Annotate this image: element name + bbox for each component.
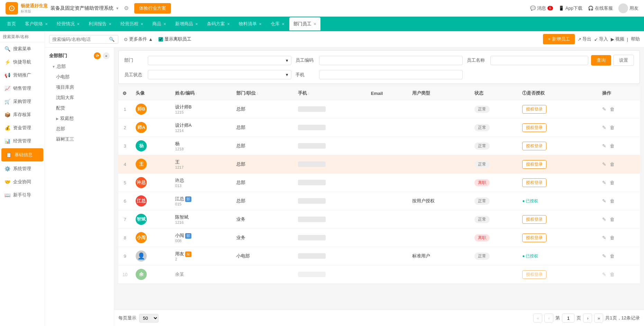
tab-goods[interactable]: 商品 ✕: [148, 17, 170, 30]
sidebar-item-basic[interactable]: 📋 基础信息: [1, 148, 43, 161]
sidebar-search-bar[interactable]: 🔍: [0, 31, 45, 42]
user-area[interactable]: 用友: [618, 3, 638, 13]
dept-select[interactable]: ▾: [148, 56, 291, 65]
dept-item-plum[interactable]: 槑树王三: [45, 134, 114, 144]
dept-item-xiaoelectronics[interactable]: 小电部: [45, 72, 114, 82]
close-icon[interactable]: ✕: [314, 22, 316, 26]
import-btn[interactable]: ↙ 导入: [594, 36, 608, 42]
delete-icon[interactable]: 🗑: [610, 198, 615, 204]
tab-barcode[interactable]: 条码方案 ✕: [203, 17, 234, 30]
tab-materials[interactable]: 物料清单 ✕: [235, 17, 266, 30]
sidebar-item-business[interactable]: 📊 经营管理: [0, 134, 45, 148]
sidebar-item-purchase[interactable]: 🛒 采购管理: [0, 95, 45, 108]
export-btn[interactable]: ↗ 导出: [578, 36, 591, 42]
app-download-btn[interactable]: 📱 App下载: [559, 5, 582, 11]
last-page-btn[interactable]: »: [594, 314, 603, 323]
dept-collapse-icon[interactable]: «: [103, 52, 110, 59]
dept-item-distribution[interactable]: 配货: [45, 103, 114, 113]
dept-item-headquarters[interactable]: 总部: [45, 124, 114, 134]
edit-icon[interactable]: ✎: [602, 106, 606, 112]
auth-login-btn[interactable]: 授权登录: [522, 105, 546, 114]
col-name[interactable]: 姓名/编码: [171, 87, 232, 100]
sidebar-item-guide[interactable]: 📖 新手引导: [0, 188, 45, 202]
search-bar[interactable]: 🔍: [49, 35, 118, 44]
dept-item-head[interactable]: ▼总部: [45, 61, 114, 72]
message-btn[interactable]: 💬 消息 6: [530, 5, 553, 11]
auth-login-btn[interactable]: 授权登录: [522, 234, 546, 242]
close-icon[interactable]: ✕: [195, 22, 198, 26]
help-btn[interactable]: 帮助: [631, 36, 640, 42]
close-icon[interactable]: ✕: [282, 22, 284, 26]
more-btn[interactable]: |: [627, 37, 628, 42]
sidebar-item-finance[interactable]: 💰 资金管理: [0, 121, 45, 134]
auth-login-btn[interactable]: 授权登录: [522, 142, 546, 150]
status-select[interactable]: ▾: [148, 70, 291, 79]
edit-icon[interactable]: ✎: [602, 125, 606, 130]
dept-item-shuangting[interactable]: ▶双庭想: [45, 113, 114, 124]
close-icon[interactable]: ✕: [77, 22, 80, 26]
sidebar-item-inventory[interactable]: 📦 库存核算: [0, 108, 45, 121]
sidebar-item-quicknav[interactable]: ⚡ 快捷导航: [0, 55, 45, 69]
edit-icon[interactable]: ✎: [602, 161, 606, 167]
phone-input[interactable]: [319, 70, 463, 79]
delete-icon[interactable]: 🗑: [610, 106, 615, 112]
video-btn[interactable]: ▶ 视频: [611, 36, 624, 42]
sidebar-item-sales[interactable]: 📈 销售管理: [0, 82, 45, 95]
delete-icon[interactable]: 🗑: [610, 272, 615, 277]
delete-icon[interactable]: 🗑: [610, 217, 615, 222]
sidebar-search-input[interactable]: [3, 34, 45, 39]
col-settings[interactable]: ⚙: [118, 87, 131, 100]
close-icon[interactable]: ✕: [163, 22, 166, 26]
tab-warehouse[interactable]: 仓库 ✕: [266, 17, 289, 30]
edit-icon[interactable]: ✎: [602, 272, 606, 277]
sidebar-item-system[interactable]: ⚙️ 系统管理: [0, 162, 45, 175]
close-icon[interactable]: ✕: [140, 22, 143, 26]
tab-operations[interactable]: 经营情况 ✕: [53, 17, 84, 30]
edit-icon[interactable]: ✎: [602, 180, 606, 185]
row-auth[interactable]: 授权登录: [518, 210, 584, 229]
prev-page-btn[interactable]: ‹: [544, 314, 553, 323]
show-resigned-check[interactable]: [158, 37, 163, 42]
close-icon[interactable]: ✕: [259, 22, 262, 26]
code-input[interactable]: [319, 56, 463, 65]
close-icon[interactable]: ✕: [45, 22, 48, 26]
sidebar-item-marketing[interactable]: 📢 营销推广: [0, 69, 45, 82]
reset-button[interactable]: 设置: [613, 55, 634, 66]
delete-icon[interactable]: 🗑: [610, 180, 615, 185]
row-auth[interactable]: 授权登录: [518, 174, 584, 192]
sidebar-item-search[interactable]: 🔍 搜索菜单: [0, 42, 45, 55]
row-auth[interactable]: 授权登录: [518, 118, 584, 137]
col-phone[interactable]: 手机: [294, 87, 367, 100]
tab-home[interactable]: 首页: [3, 17, 20, 30]
page-number-input[interactable]: [562, 314, 574, 323]
close-icon[interactable]: ✕: [227, 22, 230, 26]
row-auth[interactable]: 授权登录: [518, 265, 584, 284]
edit-icon[interactable]: ✎: [602, 198, 606, 204]
delete-icon[interactable]: 🗑: [610, 161, 615, 167]
first-page-btn[interactable]: «: [533, 314, 542, 323]
gear-icon[interactable]: ⚙: [124, 5, 129, 11]
edit-icon[interactable]: ✎: [602, 143, 606, 149]
tab-customer[interactable]: 客户联络 ✕: [21, 17, 52, 30]
name-input[interactable]: [490, 56, 588, 65]
delete-icon[interactable]: 🗑: [610, 235, 615, 240]
close-icon[interactable]: ✕: [109, 22, 111, 26]
dept-item-shenyang[interactable]: 沈阳大库: [45, 92, 114, 103]
show-resigned-checkbox[interactable]: 显示离职员工: [158, 36, 191, 42]
dept-refresh-icon[interactable]: ⟳: [94, 52, 101, 59]
add-employee-button[interactable]: + 新增员工: [543, 34, 574, 44]
system-dropdown-arrow[interactable]: ▾: [116, 6, 118, 11]
trial-button[interactable]: 体验行业方案: [134, 3, 171, 14]
more-conditions-btn[interactable]: ⊙ 更多条件 ▲: [121, 35, 156, 44]
next-page-btn[interactable]: ›: [583, 314, 592, 323]
auth-login-btn[interactable]: 授权登录: [522, 123, 546, 132]
tab-history[interactable]: 经营历程 ✕: [116, 17, 147, 30]
edit-icon[interactable]: ✎: [602, 217, 606, 222]
auth-login-btn[interactable]: 授权登录: [522, 160, 546, 169]
delete-icon[interactable]: 🗑: [610, 125, 615, 130]
edit-icon[interactable]: ✎: [602, 253, 606, 259]
row-auth[interactable]: 授权登录: [518, 155, 584, 174]
auth-login-btn[interactable]: 授权登录: [522, 215, 546, 224]
edit-icon[interactable]: ✎: [602, 235, 606, 240]
auth-login-btn[interactable]: 授权登录: [522, 270, 546, 279]
